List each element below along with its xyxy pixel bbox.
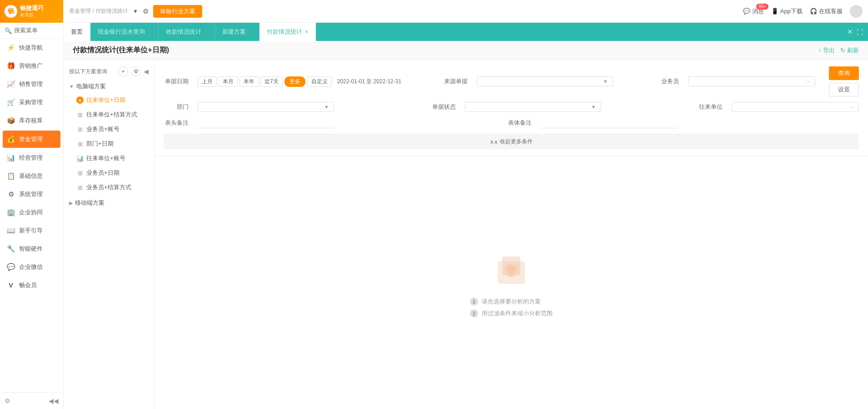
add-scheme-button[interactable]: + (118, 66, 128, 76)
tab-receipt-close[interactable]: × (204, 29, 207, 35)
scheme-item-unit-account[interactable]: 📊 往来单位+账号 (64, 151, 154, 166)
date-more[interactable]: 更多 (284, 76, 305, 87)
scheme-item-unit-settle[interactable]: ⊞ 往来单位+结算方式 (64, 107, 154, 122)
sidebar-item-quick-nav[interactable]: ⚡ 快捷导航 (0, 39, 63, 57)
source-select[interactable]: ▼ (477, 76, 613, 86)
filter-form: 单据日期 上月 本月 本年 近7天 更多 自定义 2022-01-01 至 20… (155, 60, 868, 156)
settings-scheme-button[interactable]: ⚙ (131, 66, 141, 76)
staff-select[interactable]: ··· (688, 76, 815, 86)
maximize-icon[interactable]: ⛶ (857, 28, 863, 36)
page-title: 付款情况统计(往来单位+日期) (73, 45, 818, 55)
header-note-input[interactable] (198, 117, 334, 128)
date-custom[interactable]: 自定义 (307, 76, 332, 87)
sidebar-item-label: 企业协同 (19, 208, 43, 217)
chevron-up-icon: ∧∧ (490, 139, 498, 145)
topbar-gear-icon[interactable]: ⚙ (143, 7, 149, 15)
collapse-conditions-bar[interactable]: ∧∧ 收起更多条件 (164, 134, 859, 149)
search-menu[interactable]: 🔍 搜索菜单 (0, 23, 63, 39)
dept-select[interactable]: ▼ (198, 102, 334, 112)
tab-new-close[interactable]: × (249, 29, 252, 35)
message-badge: 99+ (756, 4, 768, 10)
scheme-item-unit-date[interactable]: ● 往来单位+日期 (64, 93, 154, 107)
tabbar: 首页 现金银行流水查询 × 收款情况统计 × 新建方案 × 付款情况统计 × ✕… (64, 23, 868, 41)
breadcrumb: 资金管理 / 付款情况统计 (69, 7, 128, 15)
scheme-panel-header: 按以下方案查询 + ⚙ ◀ (64, 65, 154, 80)
sidebar-item-wechat[interactable]: 💬 企业微信 (0, 258, 63, 276)
filter-right: 单据日期 上月 本月 本年 近7天 更多 自定义 2022-01-01 至 20… (155, 60, 868, 409)
scheme-item-staff-settle[interactable]: ⊞ 业务员+结算方式 (64, 180, 154, 195)
trial-button[interactable]: 体验行业方案 (153, 5, 202, 18)
sidebar-item-label: 系统管理 (19, 190, 43, 198)
sidebar-item-label: 库存核算 (19, 116, 43, 125)
sidebar-item-newbie[interactable]: 📖 新手引导 (0, 222, 63, 240)
scheme-item-label: 往来单位+日期 (86, 96, 125, 104)
tab-bank[interactable]: 现金银行流水查询 × (90, 23, 159, 41)
sidebar-item-enterprise[interactable]: 🏢 企业协同 (0, 203, 63, 222)
main-area: 资金管理 / 付款情况统计 ▼ ⚙ 体验行业方案 💬 消息 99+ 📱 App下… (64, 0, 868, 409)
search-icon: 🔍 (5, 27, 12, 34)
sidebar-item-vip[interactable]: V 畅会员 (0, 276, 63, 294)
sidebar-item-marketing[interactable]: 🎁 营销推广 (0, 57, 63, 75)
tab-home[interactable]: 首页 (64, 23, 90, 41)
tab-bank-close[interactable]: × (148, 29, 151, 35)
unit-select[interactable]: ··· (732, 102, 859, 112)
app-download-button[interactable]: 📱 App下载 (771, 7, 803, 15)
tip-num-1: 1 (470, 298, 478, 306)
source-select-arrow: ▼ (603, 79, 608, 84)
tab-receipt[interactable]: 收款情况统计 × (159, 23, 215, 41)
sidebar-item-label: 快捷导航 (19, 44, 43, 52)
tab-payment-label: 付款情况统计 (267, 28, 302, 36)
tab-payment[interactable]: 付款情况统计 × (259, 23, 316, 41)
settings-footer-icon[interactable]: ⚙ (5, 397, 10, 404)
date-last-month[interactable]: 上月 (198, 76, 217, 87)
mobile-arrow-icon: ▶ (69, 200, 73, 206)
collapse-sidebar-icon[interactable]: ◀◀ (49, 397, 59, 404)
body-note-label: 表体备注 (507, 119, 532, 127)
scheme-table-icon: ⊞ (76, 140, 84, 147)
service-button[interactable]: 🎧 在线客服 (810, 7, 843, 15)
export-button[interactable]: ↑ 导出 (818, 46, 835, 55)
search-menu-label: 搜索菜单 (14, 26, 38, 35)
settings-button[interactable]: 设置 (829, 83, 859, 96)
sidebar-item-purchase[interactable]: 🛒 采购管理 (0, 93, 63, 111)
desktop-group-header[interactable]: ▼ 电脑端方案 (64, 80, 154, 93)
app-icon: 📱 (771, 8, 778, 15)
date-this-month[interactable]: 本月 (219, 76, 238, 87)
mobile-group-header[interactable]: ▶ 移动端方案 (64, 197, 154, 209)
scheme-table-icon: ⊞ (76, 126, 84, 133)
user-avatar[interactable] (850, 5, 863, 18)
close-tab-icon[interactable]: ✕ (847, 28, 853, 36)
query-button[interactable]: 查询 (829, 66, 859, 80)
sidebar-item-operation[interactable]: 📊 经营管理 (0, 149, 63, 167)
scheme-item-staff-date[interactable]: ⊞ 业务员+日期 (64, 166, 154, 180)
scheme-item-dept-date[interactable]: ⊞ 部门+日期 (64, 136, 154, 151)
date-7days[interactable]: 近7天 (260, 76, 283, 87)
sidebar-item-system[interactable]: ⚙ 系统管理 (0, 185, 63, 203)
filter-actions: 查询 设置 (829, 66, 859, 96)
date-this-year[interactable]: 本年 (239, 76, 259, 87)
collapse-scheme-icon[interactable]: ◀ (144, 68, 149, 75)
topbar-dropdown-icon[interactable]: ▼ (133, 8, 138, 15)
refresh-button[interactable]: ↻ 刷新 (840, 46, 859, 55)
message-button[interactable]: 💬 消息 99+ (743, 7, 764, 15)
sidebar-item-sales[interactable]: 📈 销售管理 (0, 75, 63, 93)
status-select-arrow: ▼ (591, 104, 596, 110)
sidebar-item-hardware[interactable]: 🔧 智能硬件 (0, 240, 63, 258)
sidebar-item-capital[interactable]: 💰 资金管理 (3, 131, 60, 148)
scheme-item-staff-account[interactable]: ⊞ 业务员+账号 (64, 122, 154, 136)
tab-payment-close[interactable]: × (305, 29, 308, 35)
date-label: 单据日期 (164, 77, 189, 86)
mobile-scheme-group: ▶ 移动端方案 (64, 197, 154, 209)
refresh-icon: ↻ (840, 47, 845, 54)
sidebar-item-inventory[interactable]: 📦 库存核算 (0, 111, 63, 130)
sidebar-item-label: 销售管理 (19, 80, 43, 88)
status-select[interactable]: ▼ (465, 102, 601, 112)
body-note-input[interactable] (541, 117, 677, 128)
tab-new[interactable]: 新建方案 × (215, 23, 259, 41)
sidebar-item-basic[interactable]: 📋 基础信息 (0, 167, 63, 185)
wechat-icon: 💬 (6, 263, 15, 272)
empty-state: 1 请先选择要分析的方案 2 用过滤条件来缩小分析范围 (155, 156, 868, 409)
logo-icon: 畅 (5, 5, 17, 18)
scheme-table-icon: ⊞ (76, 169, 84, 177)
sales-icon: 📈 (6, 80, 15, 89)
